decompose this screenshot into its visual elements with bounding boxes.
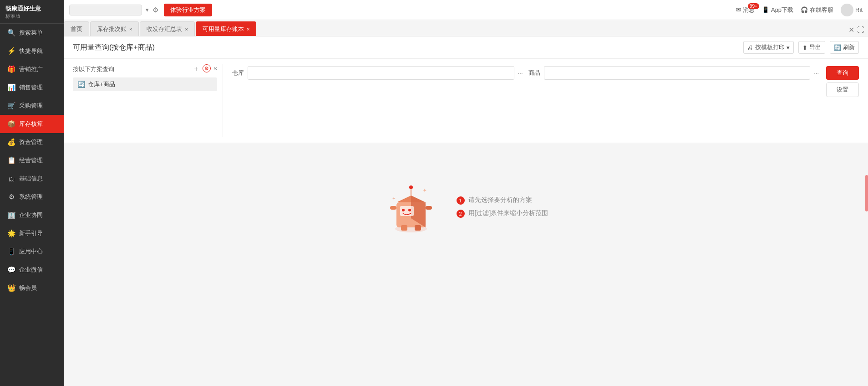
content-area: 可用量查询(按仓库+商品) 🖨 按模板打印 ▾ ⬆ 导出 🔄 刷新 xyxy=(64,36,868,386)
sidebar-label-member: 畅会员 xyxy=(19,284,37,292)
sidebar-label-search: 搜索菜单 xyxy=(19,29,43,37)
tab-home-label: 首页 xyxy=(71,25,82,33)
sidebar-item-member[interactable]: 👑 畅会员 xyxy=(0,279,64,297)
app-logo: 畅康通好生意 标准版 xyxy=(0,0,64,24)
scheme-actions: ＋ ⚙ « xyxy=(193,64,217,74)
settings-scheme-icon[interactable]: ⚙ xyxy=(203,64,211,72)
svg-rect-8 xyxy=(415,225,421,231)
tab-stock-summary[interactable]: 收发存汇总表 × xyxy=(140,21,194,36)
avatar xyxy=(841,4,853,16)
export-icon: ⬆ xyxy=(802,44,807,51)
wechat-icon: 💬 xyxy=(7,266,15,274)
print-chevron-icon[interactable]: ▾ xyxy=(787,44,790,51)
sidebar: 畅康通好生意 标准版 🔍 搜索菜单 ⚡ 快捷导航 🎁 营销推广 📊 销售管理 🛒… xyxy=(0,0,64,386)
app-version: 标准版 xyxy=(5,13,58,20)
sidebar-item-basic[interactable]: 🗂 基础信息 xyxy=(0,170,64,188)
sidebar-label-marketing: 营销推广 xyxy=(19,65,43,73)
sidebar-item-system[interactable]: ⚙ 系统管理 xyxy=(0,188,64,206)
svg-rect-5 xyxy=(390,206,396,210)
query-button[interactable]: 查询 xyxy=(826,66,859,80)
message-icon: ✉ xyxy=(736,6,741,13)
sidebar-label-enterprise: 企业协同 xyxy=(19,211,43,219)
add-scheme-icon[interactable]: ＋ xyxy=(193,64,200,74)
sidebar-item-enterprise[interactable]: 🏢 企业协同 xyxy=(0,206,64,224)
purchase-icon: 🛒 xyxy=(7,102,15,110)
enterprise-icon: 🏢 xyxy=(7,211,15,219)
svg-point-3 xyxy=(402,209,405,211)
sidebar-item-shortcut[interactable]: ⚡ 快捷导航 xyxy=(0,42,64,60)
topbar: ▾ ⚙ 体验行业方案 ✉ 消息 99+ 📱 App下载 🎧 在线客服 Rit xyxy=(64,0,868,20)
export-button[interactable]: ⬆ 导出 xyxy=(798,41,825,54)
scheme-label-text: 仓库+商品 xyxy=(88,80,115,88)
sidebar-item-newbie[interactable]: 🌟 新手引导 xyxy=(0,224,64,242)
refresh-icon: 🔄 xyxy=(834,44,841,51)
scheme-warehouse-product[interactable]: 🔄 仓库+商品 xyxy=(73,77,217,91)
search-input[interactable] xyxy=(69,5,142,15)
sidebar-label-shortcut: 快捷导航 xyxy=(19,47,43,55)
refresh-button[interactable]: 🔄 刷新 xyxy=(830,41,859,54)
svg-point-4 xyxy=(408,209,411,211)
sidebar-label-newbie: 新手引导 xyxy=(19,229,43,237)
sidebar-label-inventory: 库存核算 xyxy=(19,120,43,128)
app-download-button[interactable]: 📱 App下载 xyxy=(762,6,793,14)
page-title: 可用量查询(按仓库+商品) xyxy=(73,43,155,52)
operation-icon: 📋 xyxy=(7,156,15,165)
sidebar-item-search[interactable]: 🔍 搜索菜单 xyxy=(0,24,64,42)
tab-available-label: 可用量库存账本 xyxy=(203,25,244,33)
sidebar-item-sales[interactable]: 📊 销售管理 xyxy=(0,78,64,97)
sidebar-item-wechat[interactable]: 💬 企业微信 xyxy=(0,261,64,279)
sidebar-item-operation[interactable]: 📋 经营管理 xyxy=(0,151,64,170)
settings-button[interactable]: 设置 xyxy=(826,82,859,97)
template-print-button[interactable]: 🖨 按模板打印 ▾ xyxy=(743,41,794,54)
filter-fields-panel: 仓库 ··· 商品 ··· xyxy=(223,64,819,137)
warehouse-more-button[interactable]: ··· xyxy=(518,70,523,77)
phone-icon: 📱 xyxy=(762,6,769,13)
system-icon: ⚙ xyxy=(7,193,15,201)
gear-icon[interactable]: ⚙ xyxy=(152,6,158,14)
scheme-icon: 🔄 xyxy=(77,81,85,88)
tab-available-close[interactable]: × xyxy=(247,26,249,32)
finance-icon: 💰 xyxy=(7,138,15,146)
tip-1-text: 请先选择要分析的方案 xyxy=(468,196,532,204)
warehouse-filter-field: 仓库 ··· xyxy=(232,66,523,80)
tab-batch-close[interactable]: × xyxy=(129,26,132,32)
expand-icon[interactable]: ⛶ xyxy=(857,26,864,34)
product-input[interactable] xyxy=(544,66,811,80)
sidebar-item-inventory[interactable]: 📦 库存核算 xyxy=(0,115,64,133)
sidebar-item-appstore[interactable]: 📱 应用中心 xyxy=(0,242,64,261)
printer-icon: 🖨 xyxy=(747,44,753,51)
collapse-icon[interactable]: « xyxy=(213,64,217,74)
sidebar-item-marketing[interactable]: 🎁 营销推广 xyxy=(0,60,64,78)
shortcut-icon: ⚡ xyxy=(7,47,15,55)
customer-service-button[interactable]: 🎧 在线客服 xyxy=(801,6,833,14)
trial-button[interactable]: 体验行业方案 xyxy=(164,4,212,16)
close-tab-icon[interactable]: ✕ xyxy=(848,26,854,34)
sidebar-label-operation: 经营管理 xyxy=(19,156,43,165)
main-area: ▾ ⚙ 体验行业方案 ✉ 消息 99+ 📱 App下载 🎧 在线客服 Rit xyxy=(64,0,868,386)
empty-illustration: ✦ ✦ xyxy=(384,180,438,234)
chevron-down-icon[interactable]: ▾ xyxy=(146,6,149,13)
tip-1: 1 请先选择要分析的方案 xyxy=(457,196,548,205)
scheme-label: 按以下方案查询 xyxy=(73,65,114,73)
sales-icon: 📊 xyxy=(7,83,15,92)
tab-actions-right: ✕ ⛶ xyxy=(848,26,868,36)
message-button[interactable]: ✉ 消息 99+ xyxy=(736,6,755,14)
tab-bar: 首页 库存批次账 × 收发存汇总表 × 可用量库存账本 × ✕ ⛶ xyxy=(64,20,868,36)
tab-batch-account[interactable]: 库存批次账 × xyxy=(90,21,139,36)
product-more-button[interactable]: ··· xyxy=(814,70,819,77)
app-name: 畅康通好生意 xyxy=(5,5,58,13)
user-avatar-area[interactable]: Rit xyxy=(841,4,863,16)
sidebar-item-purchase[interactable]: 🛒 采购管理 xyxy=(0,97,64,115)
tab-stock-summary-close[interactable]: × xyxy=(185,26,188,32)
tip-2: 2 用[过滤]条件来缩小分析范围 xyxy=(457,209,548,218)
tab-available-inventory[interactable]: 可用量库存账本 × xyxy=(196,21,256,36)
tab-home[interactable]: 首页 xyxy=(64,21,89,36)
svg-point-10 xyxy=(409,185,413,189)
sidebar-label-appstore: 应用中心 xyxy=(19,247,43,256)
sidebar-item-finance[interactable]: 💰 资金管理 xyxy=(0,133,64,151)
customer-service-label: 在线客服 xyxy=(810,6,833,14)
headset-icon: 🎧 xyxy=(801,6,808,13)
message-badge: 99+ xyxy=(748,3,759,9)
warehouse-input[interactable] xyxy=(248,66,514,80)
scroll-indicator[interactable] xyxy=(865,175,868,211)
